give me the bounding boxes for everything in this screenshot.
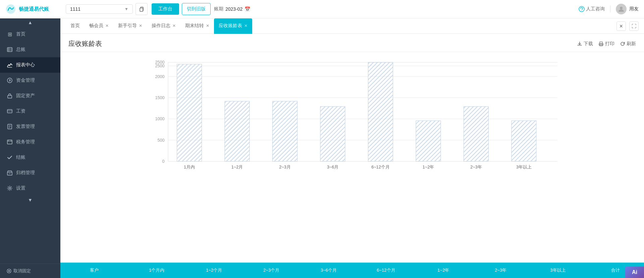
- tab-home[interactable]: 首页: [66, 18, 85, 34]
- pin-icon: [7, 269, 11, 273]
- svg-text:1~2月: 1~2月: [231, 165, 243, 169]
- download-label: 下载: [584, 41, 593, 47]
- sidebar-label-home: 首页: [16, 31, 25, 37]
- report-container: 应收账龄表 下载: [60, 34, 644, 278]
- tab-aging[interactable]: 应收账龄表 ✕: [214, 18, 252, 34]
- settle-icon: [7, 154, 13, 160]
- refresh-icon: [620, 41, 625, 47]
- main-layout: ▲ ⊞ 首页 总账 报表中心 资金管理 固定资产: [0, 18, 644, 278]
- svg-rect-60: [512, 121, 536, 161]
- avatar: [616, 4, 627, 14]
- tab-period-end-label: 期末结转: [185, 23, 204, 29]
- svg-rect-11: [8, 95, 12, 98]
- svg-rect-46: [177, 64, 202, 161]
- tab-member[interactable]: 畅会员 ✕: [85, 18, 113, 34]
- sidebar-label-settle: 结账: [16, 154, 25, 160]
- download-button[interactable]: 下载: [577, 41, 593, 47]
- refresh-button[interactable]: 刷新: [620, 41, 636, 47]
- page-content: 应收账龄表 下载: [60, 34, 644, 278]
- tab-oplog-close[interactable]: ✕: [172, 23, 176, 28]
- tab-guide[interactable]: 新手引导 ✕: [113, 18, 147, 34]
- svg-text:500: 500: [157, 138, 164, 143]
- svg-text:1000: 1000: [155, 117, 164, 121]
- sidebar-item-tax[interactable]: 税务管理: [0, 134, 60, 150]
- sidebar-item-assets[interactable]: 固定资产: [0, 88, 60, 103]
- svg-rect-28: [600, 42, 602, 44]
- th-2-3month: 2~3个月: [243, 267, 300, 273]
- period-value: 2023-02: [225, 6, 243, 12]
- report-header: 应收账龄表 下载: [60, 34, 644, 52]
- print-button[interactable]: 打印: [598, 41, 614, 47]
- switch-version-button[interactable]: 切到旧版: [182, 3, 211, 15]
- sidebar-item-reports[interactable]: 报表中心: [0, 57, 60, 73]
- tab-period-end[interactable]: 期末结转 ✕: [180, 18, 214, 34]
- sidebar-label-reports: 报表中心: [16, 62, 35, 68]
- tab-member-label: 畅会员: [89, 23, 103, 29]
- funds-icon: [7, 77, 13, 83]
- sidebar-label-archive: 归档管理: [16, 170, 35, 176]
- sidebar-item-archive[interactable]: 归档管理: [0, 165, 60, 181]
- tab-period-end-close[interactable]: ✕: [206, 23, 209, 28]
- user-area[interactable]: 用友: [616, 4, 639, 14]
- period-area: 账期 2023-02 📅: [214, 6, 250, 12]
- svg-point-24: [9, 188, 11, 189]
- sidebar-label-salary: 工资: [16, 108, 25, 114]
- svg-rect-48: [225, 101, 250, 161]
- th-customer: 客户: [60, 267, 128, 273]
- table-header-row: 客户 1个月内 1~2个月 2~3个月 3~6个月 6~12个月 1~2年 2~…: [60, 263, 644, 278]
- sidebar-item-funds[interactable]: 资金管理: [0, 73, 60, 88]
- svg-text:2500: 2500: [155, 60, 164, 65]
- salary-icon: [7, 108, 13, 114]
- refresh-label: 刷新: [627, 41, 636, 47]
- tabs-right: ✕ ⛶: [616, 21, 639, 31]
- sidebar-item-home[interactable]: ⊞ 首页: [0, 26, 60, 42]
- svg-text:1月内: 1月内: [184, 165, 195, 169]
- app-title: 畅捷通易代账: [19, 6, 49, 12]
- expand-tabs-button[interactable]: ⛶: [629, 21, 639, 31]
- tab-home-label: 首页: [70, 23, 80, 29]
- close-all-tabs-button[interactable]: ✕: [616, 21, 626, 31]
- ai-badge[interactable]: Ai: [625, 267, 644, 278]
- headset-icon: [579, 6, 585, 12]
- print-icon: [598, 41, 604, 47]
- username: 用友: [629, 6, 639, 12]
- workbench-button[interactable]: 工作台: [152, 3, 179, 15]
- svg-text:1~2年: 1~2年: [423, 165, 434, 169]
- tab-aging-close[interactable]: ✕: [244, 23, 248, 28]
- th-2-3year: 2~3年: [472, 267, 529, 273]
- sidebar: ▲ ⊞ 首页 总账 报表中心 资金管理 固定资产: [0, 18, 60, 278]
- sidebar-label-settings: 设置: [16, 185, 25, 191]
- sidebar-item-settle[interactable]: 结账: [0, 150, 60, 165]
- svg-rect-54: [368, 62, 393, 161]
- calendar-icon[interactable]: 📅: [245, 6, 250, 12]
- sidebar-item-settings[interactable]: 设置: [0, 181, 60, 196]
- sidebar-scroll-down[interactable]: ▼: [0, 196, 60, 204]
- svg-text:2~3年: 2~3年: [470, 165, 482, 169]
- sidebar-label-ledger: 总账: [16, 47, 25, 53]
- sidebar-label-tax: 税务管理: [16, 139, 35, 145]
- company-selector[interactable]: 1111 ▼: [66, 4, 133, 14]
- tabs-bar: 首页 畅会员 ✕ 新手引导 ✕ 操作日志 ✕ 期末结转 ✕ 应收账龄表 ✕: [60, 18, 644, 34]
- bar-chart: 0 500 1000 1500 2000 2500 2500: [67, 55, 637, 183]
- help-button[interactable]: 人工咨询: [579, 6, 605, 12]
- sidebar-item-ledger[interactable]: 总账: [0, 42, 60, 57]
- logo-icon: [5, 4, 16, 14]
- sidebar-item-invoice[interactable]: 发票管理: [0, 119, 60, 134]
- copy-button[interactable]: [136, 3, 148, 15]
- tab-guide-label: 新手引导: [118, 23, 137, 29]
- tab-oplog[interactable]: 操作日志 ✕: [147, 18, 180, 34]
- period-label: 账期: [214, 6, 223, 12]
- sidebar-item-salary[interactable]: 工资: [0, 103, 60, 119]
- sidebar-bottom: 取消固定: [0, 264, 60, 278]
- cancel-fixed-label: 取消固定: [13, 268, 31, 274]
- tab-guide-close[interactable]: ✕: [139, 23, 142, 28]
- print-label: 打印: [605, 41, 614, 47]
- report-title: 应收账龄表: [68, 39, 102, 48]
- tab-member-close[interactable]: ✕: [105, 23, 109, 28]
- cancel-fixed-button[interactable]: 取消固定: [0, 264, 60, 278]
- reports-icon: [7, 62, 13, 68]
- svg-point-2: [579, 6, 584, 12]
- sidebar-scroll-up[interactable]: ▲: [0, 18, 60, 26]
- header-right: 人工咨询 用友: [579, 4, 639, 14]
- company-name: 1111: [70, 6, 122, 12]
